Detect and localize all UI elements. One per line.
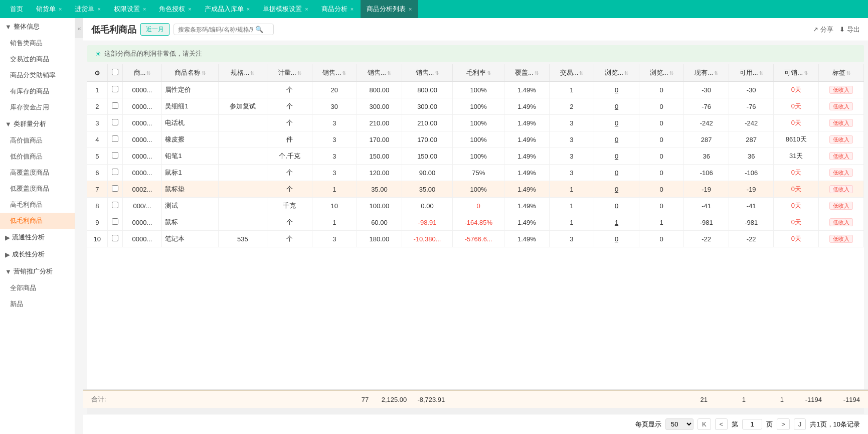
cell-check[interactable] <box>107 165 122 181</box>
nav-purchase-close[interactable]: × <box>97 6 100 12</box>
row-checkbox[interactable] <box>112 202 118 208</box>
cell-trade: 3 <box>549 231 594 247</box>
cell-s2: 800.00 <box>357 82 402 98</box>
row-checkbox[interactable] <box>112 102 118 109</box>
cell-browse1[interactable]: 0 <box>594 115 639 131</box>
nav-permission[interactable]: 权限设置 × <box>108 0 152 18</box>
sidebar-item-high-margin[interactable]: 高毛利商品 <box>0 197 75 213</box>
nav-role[interactable]: 角色授权 × <box>153 0 197 18</box>
last-page-button[interactable]: J <box>794 418 806 430</box>
nav-goods-analysis-close[interactable]: × <box>351 6 354 12</box>
next-page-button[interactable]: > <box>777 418 790 430</box>
cell-avail: 287 <box>729 131 774 148</box>
col-header-tag: 标签⇅ <box>819 64 864 82</box>
cell-browse1[interactable]: 0 <box>594 148 639 165</box>
select-all-checkbox[interactable] <box>112 69 118 75</box>
nav-template-close[interactable]: × <box>305 6 308 12</box>
cell-avail: -30 <box>729 82 774 98</box>
cell-browse1[interactable]: 1 <box>594 214 639 231</box>
cell-stock: -76 <box>684 98 729 115</box>
cell-check[interactable] <box>107 214 122 231</box>
nav-template[interactable]: 单据模板设置 × <box>257 0 314 18</box>
prev-page-button[interactable]: < <box>715 418 728 430</box>
cell-check[interactable] <box>107 131 122 148</box>
nav-goods-analysis-list-close[interactable]: × <box>409 6 412 12</box>
sidebar-item-all-goods[interactable]: 全部商品 <box>0 280 75 296</box>
cell-unit: 个,千克 <box>267 148 312 165</box>
sidebar-item-low-value[interactable]: 低价值商品 <box>0 149 75 165</box>
cell-avail: -41 <box>729 198 774 214</box>
cell-saleable: 0天 <box>774 115 819 131</box>
date-filter-button[interactable]: 近一月 <box>140 23 169 36</box>
nav-sales-close[interactable]: × <box>59 6 62 12</box>
sidebar-group-overall[interactable]: ▼ 整体信息 <box>0 18 75 35</box>
cell-browse1[interactable]: 0 <box>594 98 639 115</box>
nav-product-in-close[interactable]: × <box>247 6 250 12</box>
nav-role-close[interactable]: × <box>188 6 191 12</box>
export-button[interactable]: ⬇ 导出 <box>839 25 860 34</box>
row-checkbox[interactable] <box>112 86 118 92</box>
cell-browse1[interactable]: 0 <box>594 82 639 98</box>
page-number-input[interactable] <box>742 419 762 429</box>
sidebar-collapse-button[interactable]: « <box>75 18 83 38</box>
sidebar-item-in-stock[interactable]: 有库存的商品 <box>0 83 75 99</box>
sidebar-item-sales-goods[interactable]: 销售类商品 <box>0 35 75 51</box>
share-button[interactable]: ↗ 分享 <box>813 25 833 34</box>
col-header-checkbox[interactable] <box>107 64 122 82</box>
cell-check[interactable] <box>107 115 122 131</box>
sidebar-group-cluster[interactable]: ▼ 类群量分析 <box>0 115 75 132</box>
cell-browse1[interactable]: 0 <box>594 131 639 148</box>
nav-goods-analysis[interactable]: 商品分析 × <box>315 0 360 18</box>
cell-check[interactable] <box>107 181 122 198</box>
cell-check[interactable] <box>107 98 122 115</box>
cell-unit: 个 <box>267 115 312 131</box>
cell-browse1[interactable]: 0 <box>594 231 639 247</box>
row-checkbox[interactable] <box>112 152 118 159</box>
cell-browse1[interactable]: 0 <box>594 181 639 198</box>
nav-sales[interactable]: 销货单 × <box>30 0 68 18</box>
row-checkbox[interactable] <box>112 218 118 225</box>
sidebar-item-traded-goods[interactable]: 交易过的商品 <box>0 51 75 67</box>
cell-s1: 3 <box>312 231 357 247</box>
row-checkbox[interactable] <box>112 169 118 175</box>
first-page-button[interactable]: K <box>698 418 711 430</box>
cell-stock: 287 <box>684 131 729 148</box>
sidebar-item-capital[interactable]: 库存资金占用 <box>0 99 75 115</box>
search-icon[interactable]: 🔍 <box>255 26 263 33</box>
per-page-select[interactable]: 50 100 200 <box>665 418 693 430</box>
row-checkbox[interactable] <box>112 135 118 142</box>
sidebar-item-high-value[interactable]: 高价值商品 <box>0 132 75 149</box>
cell-check[interactable] <box>107 82 122 98</box>
cell-browse1[interactable]: 0 <box>594 165 639 181</box>
cell-check[interactable] <box>107 198 122 214</box>
cell-s3: 90.00 <box>402 165 453 181</box>
sidebar-item-high-coverage[interactable]: 高覆盖度商品 <box>0 165 75 181</box>
page-header-left: 低毛利商品 近一月 🔍 <box>91 23 274 36</box>
nav-goods-analysis-list[interactable]: 商品分析列表 × <box>361 0 418 18</box>
sidebar-item-new-goods[interactable]: 新品 <box>0 296 75 312</box>
row-checkbox[interactable] <box>112 119 118 125</box>
nav-product-in[interactable]: 产成品入库单 × <box>199 0 256 18</box>
sidebar-group-liquidity[interactable]: ▶ 流通性分析 <box>0 229 75 246</box>
row-checkbox[interactable] <box>112 185 118 192</box>
cell-check[interactable] <box>107 148 122 165</box>
nav-permission-close[interactable]: × <box>143 6 146 12</box>
cell-s2: 100.00 <box>357 198 402 214</box>
cell-name: 测试 <box>162 198 218 214</box>
search-input[interactable] <box>178 26 253 33</box>
col-header-settings[interactable]: ⚙ <box>87 64 107 82</box>
col-header-avail: 可用...⇅ <box>729 64 774 82</box>
row-checkbox[interactable] <box>112 235 118 241</box>
sidebar-group-growth[interactable]: ▶ 成长性分析 <box>0 246 75 263</box>
nav-purchase[interactable]: 进货单 × <box>69 0 106 18</box>
horizontal-scrollbar[interactable] <box>87 408 864 414</box>
cell-browse1[interactable]: 0 <box>594 198 639 214</box>
cell-check[interactable] <box>107 231 122 247</box>
nav-home[interactable]: 首页 <box>4 0 29 18</box>
sidebar-item-low-coverage[interactable]: 低覆盖度商品 <box>0 181 75 197</box>
sidebar-item-low-margin[interactable]: 低毛利商品 <box>0 213 75 229</box>
sidebar-item-category-rate[interactable]: 商品分类助销率 <box>0 67 75 83</box>
sidebar-group-marketing[interactable]: ▼ 营销推广分析 <box>0 263 75 280</box>
cell-cover: 1.49% <box>504 165 550 181</box>
table-wrapper[interactable]: ⚙ 商...⇅ 商品名称⇅ 规格...⇅ 计量...⇅ 销售...⇅ 销售...… <box>87 64 864 389</box>
